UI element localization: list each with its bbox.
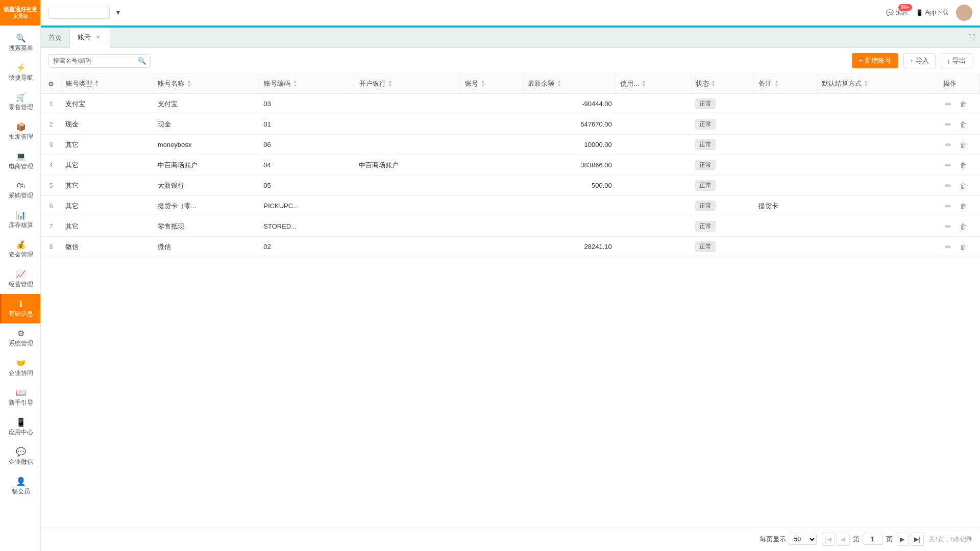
edit-button-7[interactable]: ✏	[943, 242, 953, 252]
delete-button-0[interactable]: 🗑	[958, 99, 969, 109]
edit-button-0[interactable]: ✏	[943, 99, 953, 109]
th-name[interactable]: 账号名称 ▲▼	[154, 74, 259, 94]
cell-action: ✏ 🗑	[939, 114, 980, 135]
delete-button-7[interactable]: 🗑	[958, 242, 969, 252]
topbar-search-input[interactable]	[48, 7, 110, 19]
app-logo: 畅捷通好生意 乐通版	[0, 0, 40, 26]
sidebar-item-enterprise-wechat[interactable]: 💬企业微信	[0, 442, 40, 471]
tab-home[interactable]: 首页	[41, 28, 70, 48]
sidebar-item-inventory[interactable]: 📊库存核算	[0, 205, 40, 235]
th-bank[interactable]: 开户银行 ▲▼	[355, 74, 460, 94]
edit-button-1[interactable]: ✏	[943, 119, 953, 130]
cell-code: 03	[259, 94, 355, 114]
cell-balance: 28241.10	[524, 237, 616, 257]
add-account-button[interactable]: + 新增账号	[852, 53, 898, 68]
cell-status: 正常	[691, 135, 754, 155]
cell-remark	[754, 114, 817, 135]
cell-bank	[355, 216, 460, 237]
sidebar-item-label: 库存核算	[9, 221, 33, 229]
app-download-button[interactable]: 📱 App下载	[916, 8, 948, 17]
sidebar-item-search-menu[interactable]: 🔍搜索菜单	[0, 28, 40, 58]
cell-no: 4	[41, 155, 61, 176]
th-status[interactable]: 状态 ▲▼	[691, 74, 754, 94]
sidebar-item-ecommerce[interactable]: 💻电商管理	[0, 146, 40, 176]
delete-button-2[interactable]: 🗑	[958, 140, 969, 150]
sidebar-item-quick-nav[interactable]: ⚡快捷导航	[0, 58, 40, 87]
cell-default-pay	[817, 196, 939, 216]
import-icon: ↑	[910, 57, 914, 65]
per-page-select[interactable]: 50 100	[789, 534, 817, 545]
th-settings[interactable]: ⚙	[41, 74, 61, 94]
app-name: 畅捷通好生意	[4, 6, 37, 13]
delete-button-6[interactable]: 🗑	[958, 221, 969, 232]
delete-button-3[interactable]: 🗑	[958, 160, 969, 170]
cell-remark	[754, 155, 817, 176]
edit-button-2[interactable]: ✏	[943, 140, 953, 150]
sidebar-item-label: 搜索菜单	[9, 44, 33, 52]
cell-balance: 500.00	[524, 176, 616, 196]
avatar[interactable]	[956, 5, 972, 21]
search-button[interactable]: 🔍	[134, 55, 151, 67]
sidebar-item-operations[interactable]: 📈经营管理	[0, 264, 40, 294]
sidebar-item-system[interactable]: ⚙系统管理	[0, 323, 40, 353]
first-page-button[interactable]: |◀	[822, 533, 835, 546]
th-type[interactable]: 账号类型 ▲▼	[61, 74, 154, 94]
th-action: 操作	[939, 74, 980, 94]
sidebar-item-retail[interactable]: 🛒零售管理	[0, 87, 40, 117]
import-button[interactable]: ↑ 导入	[903, 53, 936, 68]
th-code[interactable]: 账号编码 ▲▼	[259, 74, 355, 94]
th-account[interactable]: 账号 ▲▼	[461, 74, 524, 94]
sidebar-item-wholesale[interactable]: 📦批发管理	[0, 117, 40, 146]
guide-icon: 📖	[4, 388, 38, 397]
tab-account-label: 账号	[78, 33, 91, 42]
th-remark[interactable]: 备注 ▲▼	[754, 74, 817, 94]
quick-nav-icon: ⚡	[4, 63, 38, 72]
chevron-down-icon: ▼	[115, 9, 121, 16]
th-balance[interactable]: 最新余额 ▲▼	[524, 74, 616, 94]
cell-default-pay	[817, 155, 939, 176]
sidebar-item-purchase[interactable]: 🛍采购管理	[0, 176, 40, 205]
tab-account-close[interactable]: ✕	[94, 33, 102, 41]
export-button[interactable]: ↓ 导出	[941, 53, 973, 68]
tab-account[interactable]: 账号 ✕	[70, 28, 110, 48]
sidebar-item-member[interactable]: 👤畅会员	[0, 471, 40, 501]
sidebar-item-agreement[interactable]: 🤝企业协同	[0, 353, 40, 383]
prev-page-button[interactable]: ◀	[837, 533, 850, 546]
cell-usage	[616, 237, 691, 257]
cell-balance	[524, 216, 616, 237]
th-default-pay[interactable]: 默认结算方式 ▲▼	[817, 74, 939, 94]
edit-button-5[interactable]: ✏	[943, 201, 953, 211]
sidebar-item-app-center[interactable]: 📱应用中心	[0, 412, 40, 442]
accounts-table: ⚙ 账号类型 ▲▼ 账号名称 ▲▼	[41, 74, 980, 257]
tab-expand-button[interactable]: ⛶	[963, 34, 980, 41]
delete-button-5[interactable]: 🗑	[958, 201, 969, 211]
edit-button-6[interactable]: ✏	[943, 221, 953, 232]
app-subtitle: 乐通版	[4, 13, 37, 19]
edit-button-4[interactable]: ✏	[943, 181, 953, 191]
sidebar-item-guide[interactable]: 📖新手引导	[0, 383, 40, 412]
last-page-button[interactable]: ▶|	[911, 533, 924, 546]
delete-button-1[interactable]: 🗑	[958, 119, 969, 130]
sidebar-item-label: 新手引导	[9, 399, 33, 406]
sidebar-item-finance[interactable]: 💰资金管理	[0, 235, 40, 264]
cell-name: 支付宝	[154, 94, 259, 114]
cell-no: 7	[41, 216, 61, 237]
cell-balance: 10000.00	[524, 135, 616, 155]
next-page-button[interactable]: ▶	[896, 533, 909, 546]
export-icon: ↓	[947, 57, 951, 65]
finance-icon: 💰	[4, 240, 38, 249]
topbar-dropdown[interactable]: ▼	[115, 9, 121, 16]
page-number-input[interactable]	[863, 534, 883, 545]
retail-icon: 🛒	[4, 92, 38, 102]
search-input[interactable]	[49, 55, 134, 67]
cell-name: 中百商场账户	[154, 155, 259, 176]
cell-bank	[355, 135, 460, 155]
edit-button-3[interactable]: ✏	[943, 160, 953, 170]
cell-action: ✏ 🗑	[939, 135, 980, 155]
cell-balance: -90444.00	[524, 94, 616, 114]
message-button[interactable]: 💬 消息 99+	[886, 8, 908, 17]
delete-button-4[interactable]: 🗑	[958, 181, 969, 191]
th-usage[interactable]: 使用... ▲▼	[616, 74, 691, 94]
sidebar-item-basic-info[interactable]: ℹ基础信息	[0, 294, 40, 323]
cell-name: 大新银行	[154, 176, 259, 196]
